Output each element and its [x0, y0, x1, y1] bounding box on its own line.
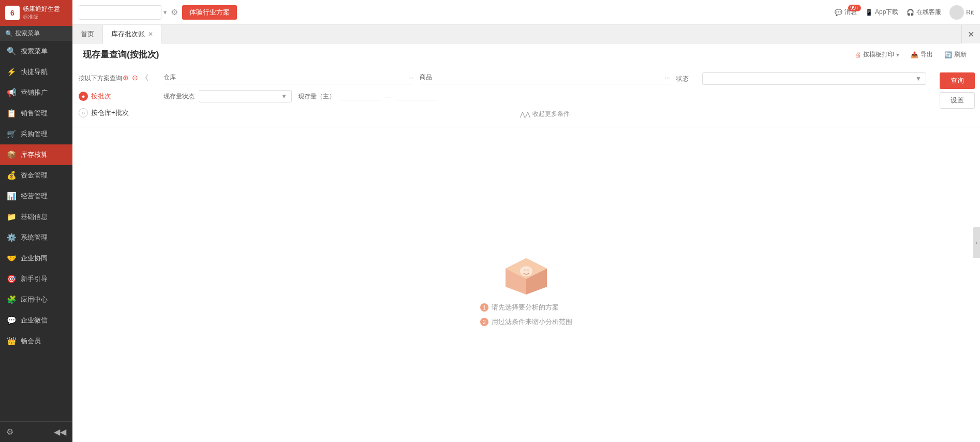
collapse-icon[interactable]: ◀◀: [54, 427, 66, 437]
topbar: ▾ ⚙ 体验行业方案 💬 消息 99+ 📱 App下载 🎧 在线客服 Rit: [72, 0, 980, 25]
product-field-inner: 商品 ···: [420, 73, 670, 84]
sidebar-item-operation[interactable]: 📊 经营管理: [0, 186, 72, 207]
page-close-btn[interactable]: ✕: [961, 25, 980, 43]
tab-home[interactable]: 首页: [72, 25, 103, 43]
topbar-gear-icon[interactable]: ⚙: [171, 7, 178, 17]
message-btn[interactable]: 💬 消息 99+: [835, 8, 857, 17]
nav-icon-inventory: 📦: [6, 150, 17, 160]
setting-btn[interactable]: 设置: [940, 92, 975, 109]
sidebar-item-member[interactable]: 👑 畅会员: [0, 331, 72, 351]
sidebar-item-sales[interactable]: 📋 销售管理: [0, 103, 72, 124]
nav-icon-guide: 🎯: [6, 274, 17, 284]
sidebar-item-system[interactable]: ⚙️ 系统管理: [0, 227, 72, 248]
status-select[interactable]: ▼: [702, 72, 926, 85]
page-title: 现存量查询(按批次): [83, 49, 159, 61]
sidebar-item-search[interactable]: 🔍 搜索菜单: [0, 41, 72, 62]
nav-icon-collab: 🤝: [6, 253, 17, 263]
tip2-num: 2: [480, 318, 488, 326]
scheme-header: 按以下方案查询 ⊕ ⊙ 《: [72, 71, 155, 85]
warehouse-more-icon[interactable]: ···: [408, 74, 413, 81]
sidebar-item-inventory[interactable]: 📦 库存核算: [0, 144, 72, 165]
empty-illustration: [495, 243, 557, 294]
nav-icon-quick-nav: ⚡: [6, 67, 17, 77]
avatar-img: [949, 5, 964, 20]
nav-label-purchase: 采购管理: [21, 129, 48, 139]
message-badge: 99+: [848, 5, 861, 11]
refresh-btn[interactable]: 🔄 刷新: [941, 49, 970, 61]
app-download-btn[interactable]: 📱 App下载: [865, 8, 898, 17]
sidebar-item-quick-nav[interactable]: ⚡ 快捷导航: [0, 62, 72, 82]
refresh-icon: 🔄: [944, 51, 952, 58]
warehouse-field-inner: 仓库 ···: [164, 73, 413, 84]
stock-qty-to[interactable]: [396, 92, 437, 100]
refresh-label: 刷新: [954, 50, 967, 59]
nav-label-sales: 销售管理: [21, 109, 48, 118]
svg-point-7: [527, 269, 529, 271]
topbar-chevron-icon[interactable]: ▾: [164, 9, 167, 16]
print-label: 按模板打印: [863, 50, 894, 59]
sidebar-item-collab[interactable]: 🤝 企业协同: [0, 248, 72, 269]
tab-home-label: 首页: [81, 30, 94, 39]
export-btn[interactable]: 📤 导出: [908, 49, 936, 61]
scheme-item-batch[interactable]: ● 按批次: [72, 88, 155, 105]
search-label: 搜索菜单: [15, 29, 40, 38]
query-buttons: 查询 设置: [934, 66, 980, 127]
online-service-btn[interactable]: 🎧 在线客服: [907, 8, 941, 17]
sidebar-item-wechat[interactable]: 💬 企业微信: [0, 310, 72, 331]
export-label: 导出: [920, 50, 933, 59]
tab-close-icon[interactable]: ✕: [148, 31, 153, 38]
experience-btn[interactable]: 体验行业方案: [182, 5, 237, 20]
filter-panel: 按以下方案查询 ⊕ ⊙ 《 ● 按批次 ○ 按仓库+批次: [72, 66, 980, 127]
scheme-dot-batch: ●: [79, 92, 88, 101]
nav-icon-system: ⚙️: [6, 232, 17, 243]
scheme-settings-icon[interactable]: ⊙: [132, 73, 138, 83]
right-edge-toggle[interactable]: ›: [973, 227, 980, 258]
filter-collapse[interactable]: ⋀⋀ 收起更多条件: [164, 108, 926, 121]
tip1-text: 请先选择要分析的方案: [492, 303, 559, 312]
topbar-search-input[interactable]: [79, 5, 161, 20]
sidebar-item-app-center[interactable]: 🧩 应用中心: [0, 289, 72, 310]
stock-status-select[interactable]: ▼: [199, 90, 292, 102]
product-field: 商品 ···: [420, 73, 670, 84]
nav-icon-search: 🔍: [6, 46, 17, 56]
sidebar-item-purchase[interactable]: 🛒 采购管理: [0, 124, 72, 144]
collapse-label: 收起更多条件: [532, 110, 570, 119]
tab-inventory-batch[interactable]: 库存批次账 ✕: [103, 25, 162, 43]
export-icon: 📤: [911, 51, 918, 58]
scheme-collapse-icon[interactable]: 《: [141, 73, 149, 83]
product-more-icon[interactable]: ···: [665, 74, 670, 81]
warehouse-field: 仓库 ···: [164, 73, 413, 84]
scheme-add-icon[interactable]: ⊕: [123, 73, 129, 83]
app-logo: 6: [5, 6, 20, 20]
nav-icon-purchase: 🛒: [6, 129, 17, 139]
nav-label-member: 畅会员: [21, 336, 41, 346]
status-label: 状态: [676, 75, 702, 83]
scheme-header-icons: ⊕ ⊙ 《: [123, 73, 149, 83]
print-btn[interactable]: 🖨 按模板打印 ▾: [852, 49, 902, 61]
print-dropdown-icon[interactable]: ▾: [896, 51, 899, 58]
page-header-actions: 🖨 按模板打印 ▾ 📤 导出 🔄 刷新: [852, 49, 970, 61]
query-btn[interactable]: 查询: [940, 72, 975, 89]
nav-icon-app-center: 🧩: [6, 294, 17, 305]
user-avatar[interactable]: Rit: [949, 5, 974, 20]
warehouse-input[interactable]: [189, 73, 406, 81]
scheme-item-warehouse-batch[interactable]: ○ 按仓库+批次: [72, 105, 155, 121]
stock-qty-from[interactable]: [339, 92, 381, 100]
sidebar-item-guide[interactable]: 🎯 新手引导: [0, 269, 72, 289]
filter-area: 仓库 ··· 商品 ···: [155, 66, 934, 127]
sidebar-item-finance[interactable]: 💰 资金管理: [0, 165, 72, 186]
topbar-right: 💬 消息 99+ 📱 App下载 🎧 在线客服 Rit: [835, 5, 974, 20]
sidebar-search[interactable]: 🔍 搜索菜单: [0, 26, 72, 41]
topbar-left: ▾ ⚙ 体验行业方案: [79, 5, 830, 20]
empty-state: 1 请先选择要分析的方案 2 用过滤条件来缩小分析范围: [72, 127, 980, 442]
product-input[interactable]: [446, 73, 662, 81]
settings-icon[interactable]: ⚙: [6, 427, 13, 437]
sidebar-item-marketing[interactable]: 📢 营销推广: [0, 82, 72, 103]
filter-row-2: 现存量状态 ▼ 现存量（主） —: [164, 90, 926, 102]
empty-icon-wrap: [495, 243, 557, 294]
tip2-text: 用过滤条件来缩小分析范围: [492, 317, 572, 327]
sidebar-item-basic[interactable]: 📁 基础信息: [0, 207, 72, 227]
nav-icon-operation: 📊: [6, 191, 17, 201]
user-name: Rit: [966, 9, 974, 16]
tabs-bar: 首页 库存批次账 ✕ ✕: [72, 25, 980, 43]
